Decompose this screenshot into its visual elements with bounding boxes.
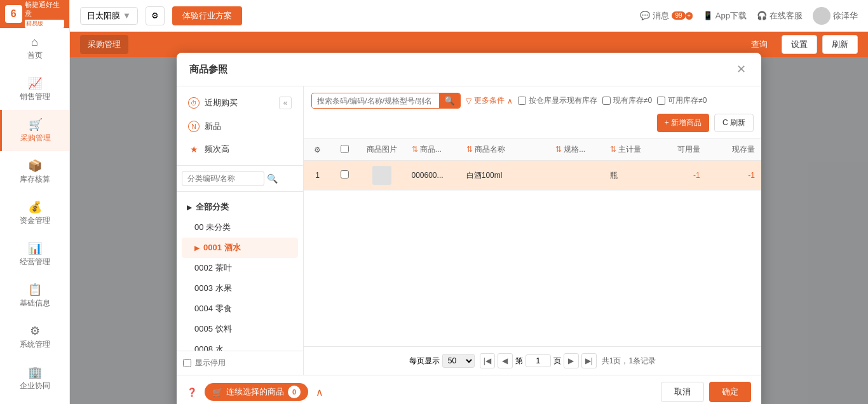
settings-btn[interactable]: 设置: [782, 35, 817, 54]
sidebar-item-finance[interactable]: 💰 资金管理: [0, 192, 69, 234]
business-icon: 📊: [28, 241, 42, 255]
cat-item-beverage[interactable]: 0005 饮料: [182, 319, 298, 339]
per-page-select[interactable]: 50 100 200: [442, 354, 475, 368]
recent-purchases[interactable]: ⏱ 近期购买 «: [182, 91, 298, 114]
freq-icon: ★: [188, 144, 200, 155]
col-code-header[interactable]: ⇅ 商品...: [405, 139, 460, 161]
new-products[interactable]: N 新品: [182, 116, 298, 137]
sidebar-item-label: 销售管理: [20, 91, 50, 102]
cat-item-uncategorized[interactable]: 00 未分类: [182, 217, 298, 238]
per-page-selector: 每页显示 50 100 200: [409, 354, 475, 368]
frequent-products[interactable]: ★ 频次高: [182, 138, 298, 160]
expand-arrow-icon: ▶: [194, 245, 200, 252]
refresh-btn[interactable]: 刷新: [822, 35, 858, 54]
toolbar-right: + 新增商品 C 刷新: [657, 114, 754, 132]
sidebar-item-home[interactable]: ⌂ 首页: [0, 28, 69, 69]
prev-page-btn[interactable]: ◀: [498, 353, 513, 368]
collapse-arrow-icon[interactable]: ∧: [316, 386, 323, 398]
sort-icon: ⇅: [412, 145, 418, 154]
cat-item-snack[interactable]: 0004 零食: [182, 299, 298, 319]
message-badge: 99: [672, 11, 685, 20]
last-page-btn[interactable]: ▶|: [581, 353, 597, 368]
cat-item-tea[interactable]: 0002 茶叶: [182, 258, 298, 278]
product-img-placeholder: [372, 166, 391, 185]
cart-btn[interactable]: 🛒 连续选择的商品 0: [205, 383, 308, 401]
col-spec-header[interactable]: ⇅ 规格...: [549, 139, 604, 161]
row-img: [358, 161, 405, 191]
cart-label: 连续选择的商品: [226, 386, 284, 398]
subbar-purchase[interactable]: 采购管理: [80, 35, 128, 54]
message-btn[interactable]: 💬 消息 99+: [640, 10, 692, 22]
cancel-btn[interactable]: 取消: [661, 382, 704, 402]
sidebar-item-business[interactable]: 📊 经营管理: [0, 234, 69, 275]
avail-checkbox[interactable]: [657, 97, 665, 105]
sidebar-item-basic[interactable]: 📋 基础信息: [0, 275, 69, 316]
product-search-input[interactable]: [312, 94, 439, 108]
refresh-btn[interactable]: C 刷新: [714, 114, 754, 132]
stock-filter[interactable]: 现有库存≠0: [602, 95, 652, 106]
check-all[interactable]: [341, 145, 349, 153]
service-btn[interactable]: 🎧 在线客服: [757, 10, 803, 22]
page-prefix: 第: [515, 356, 523, 367]
trial-btn[interactable]: 体验行业方案: [172, 6, 242, 25]
sidebar-item-sales[interactable]: 📈 销售管理: [0, 69, 69, 110]
next-page-btn[interactable]: ▶: [564, 353, 579, 368]
sidebar-item-label: 首页: [27, 50, 43, 61]
col-name-header[interactable]: ⇅ 商品名称: [460, 139, 549, 161]
warehouse-checkbox[interactable]: [518, 97, 526, 105]
store-name: 日太阳膜: [87, 10, 120, 22]
sidebar-item-system[interactable]: ⚙ 系统管理: [0, 316, 69, 358]
filter-btn[interactable]: ▽ 更多条件 ∧: [466, 95, 513, 106]
show-disabled-checkbox[interactable]: [183, 359, 191, 367]
pagination: 每页显示 50 100 200 |◀ ◀ 第: [304, 346, 761, 375]
user-menu[interactable]: 徐泽华: [813, 7, 858, 25]
recent-label: 近期购买: [205, 97, 238, 109]
sidebar-item-inventory[interactable]: 📦 库存核算: [0, 151, 69, 192]
settings-icon[interactable]: ⚙: [146, 6, 165, 25]
search-icon[interactable]: 🔍: [267, 173, 278, 184]
avail-filter[interactable]: 可用库存≠0: [657, 95, 707, 106]
category-search-input[interactable]: [182, 171, 264, 186]
add-product-btn[interactable]: + 新增商品: [657, 114, 709, 132]
category-list: ▶ 全部分类 00 未分类 ▶ 0001 酒水 0002 茶: [177, 192, 303, 351]
sidebar-item-enterprise[interactable]: 🏢 企业协同: [0, 358, 69, 399]
query-btn[interactable]: 查询: [742, 35, 776, 54]
confirm-btn[interactable]: 确定: [709, 382, 751, 402]
sidebar-item-purchase[interactable]: 🛒 采购管理: [0, 110, 69, 151]
stock-checkbox[interactable]: [602, 97, 611, 105]
product-search-btn[interactable]: 🔍: [439, 93, 460, 108]
first-page-btn[interactable]: |◀: [480, 353, 495, 368]
collapse-icon[interactable]: «: [279, 97, 292, 109]
help-icon[interactable]: ❓: [187, 387, 197, 397]
col-unit-header[interactable]: ⇅ 主计量: [604, 139, 651, 161]
headset-icon: 🎧: [757, 11, 767, 20]
cat-item-liquor[interactable]: ▶ 0001 酒水: [182, 238, 298, 258]
cat-all[interactable]: ▶ 全部分类: [182, 197, 298, 217]
app-download-btn[interactable]: 📱 App下载: [703, 10, 747, 22]
sidebar-item-guide[interactable]: 🌟 新手引导: [0, 399, 69, 404]
sort-icon: ⇅: [555, 145, 562, 154]
store-selector[interactable]: 日太阳膜 ▼: [80, 7, 138, 25]
dialog-header: 商品参照 ✕: [177, 53, 761, 86]
logo: 6 畅捷通好生意 精易版: [0, 0, 69, 28]
row-checkbox[interactable]: [331, 161, 358, 191]
cat-item-water[interactable]: 0008 水: [182, 339, 298, 351]
col-settings[interactable]: ⚙: [304, 139, 331, 161]
cat-item-fruit[interactable]: 0003 水果: [182, 278, 298, 299]
logo-icon: 6: [5, 5, 22, 23]
sort-icon: ⇅: [610, 145, 616, 154]
cart-count: 0: [288, 386, 301, 398]
sidebar-item-label: 经营管理: [20, 257, 50, 267]
new-label: 新品: [205, 121, 221, 132]
page-navigation: |◀ ◀ 第 页 ▶ ▶|: [480, 353, 597, 368]
close-btn[interactable]: ✕: [733, 62, 749, 77]
page-input[interactable]: [526, 354, 551, 367]
sidebar-item-label: 资金管理: [20, 215, 50, 226]
show-disabled-label[interactable]: 显示停用: [195, 358, 226, 368]
warehouse-filter[interactable]: 按仓库显示现有库存: [518, 95, 597, 106]
row-stock: -1: [707, 161, 761, 191]
username: 徐泽华: [833, 10, 858, 22]
table-row[interactable]: 1 000600... 白酒100ml 瓶: [304, 161, 761, 191]
cart-icon: 🛒: [212, 387, 222, 397]
page-total: 共1页，1条记录: [602, 356, 656, 367]
